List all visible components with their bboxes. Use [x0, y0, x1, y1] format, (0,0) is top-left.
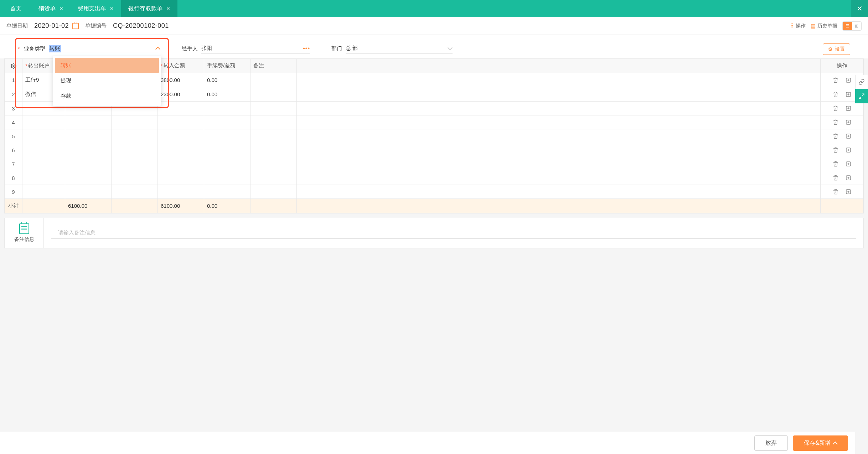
option-deposit[interactable]: 存款 — [55, 88, 159, 104]
close-icon[interactable]: ✕ — [110, 6, 114, 11]
cell-out-amount[interactable] — [65, 129, 112, 143]
cell-fee-diff[interactable] — [204, 157, 250, 171]
cell-out-account[interactable] — [22, 143, 65, 157]
cell-remark[interactable] — [250, 129, 297, 143]
tab-expense[interactable]: 费用支出单✕ — [71, 0, 121, 17]
add-row-button[interactable] — [845, 133, 852, 139]
cell-fee-diff[interactable]: 0.00 — [204, 87, 250, 102]
cell-remark-ext[interactable] — [297, 73, 821, 87]
cell-remark-ext[interactable] — [297, 115, 821, 129]
add-row-button[interactable] — [845, 105, 852, 112]
cell-out-amount[interactable] — [65, 185, 112, 199]
option-withdraw[interactable]: 提现 — [55, 73, 159, 88]
add-row-button[interactable] — [845, 175, 852, 181]
handler-select[interactable]: 张阳 ••• — [201, 43, 310, 53]
cell-in-account[interactable] — [112, 129, 158, 143]
cell-in-account[interactable] — [112, 143, 158, 157]
cell-fee-diff[interactable] — [204, 171, 250, 185]
cell-remark-ext[interactable] — [297, 185, 821, 199]
add-row-button[interactable] — [845, 77, 852, 83]
view-list-button[interactable]: ☰ — [843, 22, 852, 30]
cell-remark-ext[interactable] — [297, 143, 821, 157]
svg-point-0 — [13, 65, 14, 67]
delete-row-button[interactable] — [832, 77, 839, 83]
cell-in-amount[interactable] — [158, 102, 204, 115]
delete-row-button[interactable] — [832, 105, 839, 112]
delete-row-button[interactable] — [832, 175, 839, 181]
cell-remark-ext[interactable] — [297, 157, 821, 171]
delete-row-button[interactable] — [832, 161, 839, 167]
cell-in-account[interactable] — [112, 157, 158, 171]
cell-remark[interactable] — [250, 157, 297, 171]
cell-remark[interactable] — [250, 102, 297, 115]
delete-row-button[interactable] — [832, 91, 839, 98]
delete-row-button[interactable] — [832, 147, 839, 153]
cell-in-account[interactable] — [112, 185, 158, 199]
remarks-input[interactable]: 请输入备注信息 — [51, 227, 856, 239]
cell-remark[interactable] — [250, 115, 297, 129]
cell-in-amount[interactable] — [158, 185, 204, 199]
delete-row-button[interactable] — [832, 133, 839, 139]
cell-remark[interactable] — [250, 87, 297, 102]
tab-sales[interactable]: 销货单✕ — [31, 0, 71, 17]
cell-fee-diff[interactable] — [204, 129, 250, 143]
cell-in-amount[interactable]: 2300.00 — [158, 87, 204, 102]
operate-menu[interactable]: ⠿操作 — [790, 23, 806, 29]
cell-remark-ext[interactable] — [297, 102, 821, 115]
delete-row-button[interactable] — [832, 189, 839, 195]
date-picker[interactable]: 2020-01-02 — [34, 22, 79, 30]
expand-button[interactable] — [855, 89, 868, 103]
biz-type-select[interactable]: 转账 — [49, 43, 160, 54]
cell-in-amount[interactable] — [158, 157, 204, 171]
cell-out-amount[interactable] — [65, 143, 112, 157]
tab-bank[interactable]: 银行存取款单✕ — [121, 0, 177, 17]
add-row-button[interactable] — [845, 91, 852, 98]
cell-remark[interactable] — [250, 73, 297, 87]
cell-in-amount[interactable] — [158, 143, 204, 157]
col-settings[interactable] — [5, 59, 22, 73]
cell-in-amount[interactable] — [158, 171, 204, 185]
cell-out-amount[interactable] — [65, 157, 112, 171]
cell-out-account[interactable] — [22, 129, 65, 143]
view-grid-button[interactable]: ⊞ — [852, 22, 861, 30]
cell-out-account[interactable] — [22, 115, 65, 129]
cell-fee-diff[interactable] — [204, 102, 250, 115]
cell-fee-diff[interactable]: 0.00 — [204, 73, 250, 87]
add-row-button[interactable] — [845, 161, 852, 167]
cell-fee-diff[interactable] — [204, 143, 250, 157]
cell-in-account[interactable] — [112, 171, 158, 185]
delete-row-button[interactable] — [832, 119, 839, 125]
cell-in-amount[interactable]: 3800.00 — [158, 73, 204, 87]
cell-out-amount[interactable] — [65, 171, 112, 185]
cell-in-account[interactable] — [112, 115, 158, 129]
cell-in-amount[interactable] — [158, 115, 204, 129]
history-label: 历史单据 — [817, 23, 837, 29]
cell-remark-ext[interactable] — [297, 129, 821, 143]
close-icon[interactable]: ✕ — [166, 6, 170, 11]
add-row-button[interactable] — [845, 147, 852, 153]
option-transfer[interactable]: 转账 — [55, 58, 159, 73]
cell-in-amount[interactable] — [158, 129, 204, 143]
cell-out-amount[interactable] — [65, 115, 112, 129]
history-button[interactable]: ▤历史单据 — [811, 23, 837, 29]
cell-fee-diff[interactable] — [204, 185, 250, 199]
link-button[interactable] — [855, 75, 868, 89]
cell-remark[interactable] — [250, 185, 297, 199]
panel-close-button[interactable]: ✕ — [851, 0, 868, 17]
cell-remark[interactable] — [250, 171, 297, 185]
add-row-button[interactable] — [845, 119, 852, 125]
cell-remark-ext[interactable] — [297, 171, 821, 185]
cell-remark[interactable] — [250, 143, 297, 157]
add-row-button[interactable] — [845, 189, 852, 195]
cell-out-account[interactable] — [22, 157, 65, 171]
tab-home[interactable]: 首页 — [0, 0, 31, 17]
settings-button[interactable]: ⚙ 设置 — [823, 43, 850, 55]
close-icon[interactable]: ✕ — [59, 6, 63, 11]
cell-out-account[interactable] — [22, 185, 65, 199]
subtotal-cell — [22, 199, 65, 213]
cell-out-account[interactable] — [22, 171, 65, 185]
cell-remark-ext[interactable] — [297, 87, 821, 102]
cell-fee-diff[interactable] — [204, 115, 250, 129]
dept-select[interactable]: 总 部 — [346, 43, 453, 53]
grid-icon: ⠿ — [790, 23, 794, 29]
